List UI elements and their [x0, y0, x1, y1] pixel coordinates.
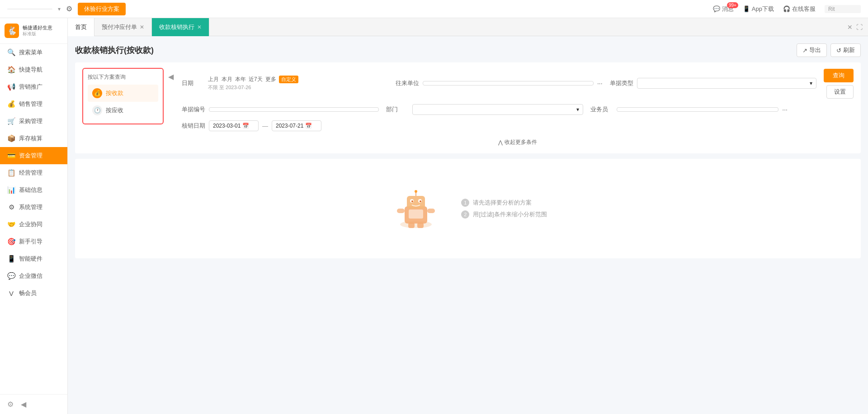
collapse-more-btn[interactable]: ⋀ 收起更多条件 [182, 137, 854, 148]
sidebar-logo: 🐇 畅捷通好生意 标准版 [0, 18, 67, 44]
empty-num-2: 2 [461, 210, 469, 219]
page-title-bar: 收款核销执行(按收款) ↗ 导出 ↺ 刷新 [75, 43, 861, 57]
tab-label-prepay: 预付冲应付单 [102, 23, 137, 31]
sidebar-item-quick-nav[interactable]: 🏠快捷导航 [0, 61, 67, 78]
dept-label: 部门 [386, 105, 409, 114]
topbar: ▾ ⚙ 休验行业方案 💬 消息 99+ 📱 App下载 🎧 在线客服 Rit [0, 0, 868, 18]
collapse-icon: ⋀ [498, 139, 503, 146]
export-btn[interactable]: ↗ 导出 [797, 43, 827, 57]
filter-partner-item: 往来单位 ··· [396, 79, 602, 87]
tab-close-prepay[interactable]: ✕ [140, 24, 144, 30]
filter-row-2: 单据编号 部门 ▾ 业务员 [182, 104, 854, 115]
sidebar-item-hardware[interactable]: 📱智能硬件 [0, 250, 67, 267]
search-icon: 🔍 [7, 48, 15, 57]
sidebar-item-search[interactable]: 🔍搜索菜单 [0, 44, 67, 61]
industry-btn[interactable]: 休验行业方案 [78, 3, 126, 15]
date-more[interactable]: 更多 [265, 76, 276, 83]
sidebar-bottom: ⚙ ◀ [0, 394, 67, 414]
sidebar-label-wechat: 企业微信 [19, 272, 42, 280]
sidebar-item-operation[interactable]: 📋经营管理 [0, 164, 67, 181]
msg-badge: 99+ [727, 2, 738, 8]
date-custom[interactable]: 自定义 [279, 76, 298, 83]
filter-salesman-item: 业务员 ··· [590, 105, 788, 114]
wechat-icon: 💬 [7, 272, 15, 280]
sidebar-item-marketing[interactable]: 📢营销推广 [0, 78, 67, 95]
query-btn[interactable]: 查询 [824, 69, 854, 82]
sales-icon: 💰 [7, 100, 15, 108]
empty-illustration [389, 186, 443, 231]
maximize-icon[interactable]: ⛶ [856, 24, 863, 31]
doctype-chevron-icon: ▾ [810, 80, 812, 86]
settings-btn[interactable]: 设置 [826, 85, 854, 99]
date-last-month[interactable]: 上月 [208, 76, 219, 83]
svg-rect-12 [417, 223, 424, 228]
sidebar-item-guide[interactable]: 🎯新手引导 [0, 233, 67, 250]
topbar-msg[interactable]: 💬 消息 99+ [713, 5, 734, 13]
sidebar-item-sales[interactable]: 💰销售管理 [0, 95, 67, 113]
tab-label-receivable: 收款核销执行 [159, 23, 194, 31]
date-this-month[interactable]: 本月 [222, 76, 232, 83]
calendar-start-icon: 📅 [242, 123, 249, 129]
tab-home[interactable]: 首页 [68, 18, 94, 36]
filter-collapse-icon[interactable]: ◀ [167, 71, 175, 82]
tab-close-receivable[interactable]: ✕ [197, 24, 202, 30]
topbar-right: 💬 消息 99+ 📱 App下载 🎧 在线客服 Rit [713, 5, 861, 13]
partner-input[interactable] [423, 81, 594, 86]
tab-label-home: 首页 [75, 23, 87, 31]
guide-icon: 🎯 [7, 238, 15, 246]
topbar-app[interactable]: 📱 App下载 [743, 5, 774, 13]
dept-chevron-icon: ▾ [576, 106, 579, 113]
tab-receivable[interactable]: 收款核销执行✕ [152, 18, 209, 36]
date-this-year[interactable]: 本年 [235, 76, 246, 83]
filter-row-3: 核销日期 2023-03-01 📅 — 2023-07-21 📅 [182, 120, 854, 131]
salesman-input[interactable] [617, 107, 778, 112]
close-window-icon[interactable]: ✕ [847, 24, 853, 31]
sidebar-item-member[interactable]: V畅会员 [0, 285, 67, 302]
sidebar-item-finance[interactable]: 💳资金管理 [0, 147, 67, 164]
page-title: 收款核销执行(按收款) [75, 45, 154, 56]
filter-option-receipt[interactable]: 💰 按收款 [88, 85, 158, 102]
filter-option-receivable[interactable]: 🕐 按应收 [88, 102, 158, 119]
verify-date-end[interactable]: 2023-07-21 📅 [272, 120, 321, 131]
sidebar-items: 🔍搜索菜单🏠快捷导航📢营销推广💰销售管理🛒采购管理📦库存核算💳资金管理📋经营管理… [0, 44, 67, 394]
sidebar-item-system[interactable]: ⚙系统管理 [0, 199, 67, 216]
tab-prepay[interactable]: 预付冲应付单✕ [94, 18, 152, 36]
dept-select[interactable]: ▾ [412, 104, 583, 115]
filter-form: 日期 上月 本月 本年 近7天 更多 自定义 不限 至 [182, 68, 854, 148]
sidebar-collapse-icon[interactable]: ◀ [21, 400, 26, 409]
sidebar-item-collab[interactable]: 🤝企业协同 [0, 216, 67, 233]
svg-point-5 [411, 200, 413, 202]
sidebar-label-collab: 企业协同 [19, 220, 42, 228]
sidebar-item-wechat[interactable]: 💬企业微信 [0, 267, 67, 285]
doctype-select[interactable]: ▾ [637, 78, 816, 89]
topbar-service[interactable]: 🎧 在线客服 [783, 5, 816, 13]
filter-receivable-icon: 🕐 [92, 105, 102, 115]
partner-more-icon[interactable]: ··· [597, 80, 603, 87]
docno-input[interactable] [209, 107, 379, 112]
sidebar-label-basic: 基础信息 [19, 186, 42, 194]
basic-icon: 📊 [7, 186, 15, 194]
sidebar-label-hardware: 智能硬件 [19, 255, 42, 263]
date-label: 日期 [182, 79, 204, 87]
topbar-chevron-icon[interactable]: ▾ [58, 6, 61, 12]
filter-actions: 查询 设置 [824, 68, 854, 99]
date-7days[interactable]: 近7天 [249, 76, 263, 83]
svg-point-8 [415, 190, 417, 193]
sidebar-logo-icon: 🐇 [5, 24, 19, 38]
partner-label: 往来单位 [396, 79, 419, 87]
content-area: 首页预付冲应付单✕收款核销执行✕ ✕ ⛶ 收款核销执行(按收款) ↗ 导出 ↺ … [68, 18, 868, 414]
salesman-more-icon[interactable]: ··· [782, 106, 788, 113]
sidebar-item-inventory[interactable]: 📦库存核算 [0, 130, 67, 147]
date-shortcuts: 上月 本月 本年 近7天 更多 自定义 [208, 76, 298, 83]
marketing-icon: 📢 [7, 83, 15, 91]
topbar-gear-icon[interactable]: ⚙ [66, 5, 72, 13]
verify-date-start[interactable]: 2023-03-01 📅 [209, 120, 259, 131]
date-hint: 不限 至 2023-07-26 [208, 84, 298, 91]
robot-svg [389, 186, 443, 231]
sidebar-gear-icon[interactable]: ⚙ [7, 400, 14, 409]
sidebar-item-basic[interactable]: 📊基础信息 [0, 181, 67, 199]
collab-icon: 🤝 [7, 220, 15, 228]
refresh-btn[interactable]: ↺ 刷新 [830, 43, 861, 57]
sidebar-item-purchase[interactable]: 🛒采购管理 [0, 113, 67, 130]
window-controls: ✕ ⛶ [847, 24, 868, 31]
